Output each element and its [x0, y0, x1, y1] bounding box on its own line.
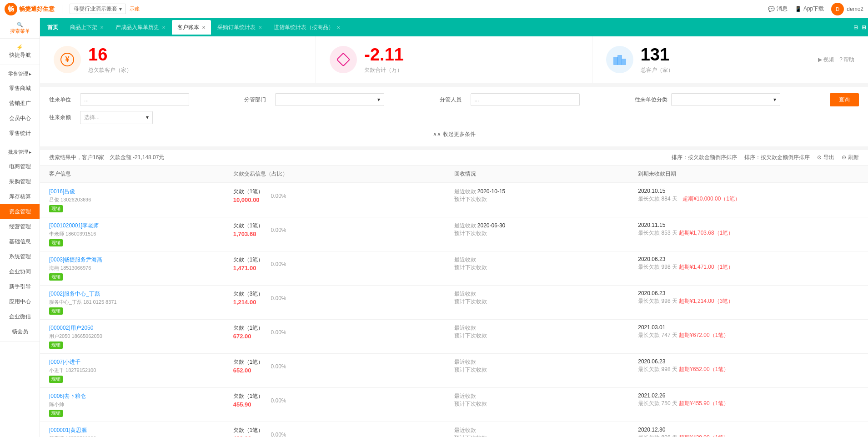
help-btn[interactable]: ? 帮助 — [839, 56, 854, 64]
overdue-amount-6[interactable]: 超期¥455.90（1笔） — [679, 400, 729, 407]
sidebar-item-app-center[interactable]: 应用中心 — [0, 294, 40, 309]
sidebar-item-ops[interactable]: 经营管理 — [0, 219, 40, 234]
customer-tag-5: 现销 — [49, 376, 63, 383]
sidebar-item-stock[interactable]: 库存核算 — [0, 189, 40, 204]
repay-cell-5: 最近收款 预计下次收款 — [454, 358, 638, 383]
customer-sub-2: 海燕 18513066976 — [49, 265, 233, 271]
customer-name-3[interactable]: [0002]服务中心_丁磊 — [49, 290, 233, 298]
tab-maximize-icon[interactable]: ⊞ — [862, 24, 866, 30]
person-input[interactable]: ... — [471, 93, 580, 106]
quick-nav-icon: ⚡ — [16, 44, 23, 50]
customer-name-6[interactable]: [0006]去下粮仓 — [49, 392, 233, 400]
overdue-amount-2[interactable]: 超期¥1,471.00（1笔） — [679, 264, 733, 270]
overdue-amount-1[interactable]: 超期¥1,703.68（1笔） — [679, 230, 733, 236]
debt-percent-1: 0.00% — [271, 227, 286, 233]
debt-cell-4: 欠款（1笔） 672.00 0.00% — [233, 324, 454, 349]
sidebar-item-basic[interactable]: 基础信息 — [0, 234, 40, 249]
customer-name-2[interactable]: [0003]畅捷服务尹海燕 — [49, 256, 233, 264]
sidebar-item-wechat[interactable]: 企业微信 — [0, 309, 40, 324]
overdue-days-3: 最长欠款 998 天 — [638, 298, 677, 304]
tab-inbound[interactable]: 进货单统计表（按商品） ✕ — [268, 20, 346, 35]
customer-name-7[interactable]: [000001]黄思源 — [49, 427, 233, 434]
tab-purchase[interactable]: 采购订单统计表 ✕ — [212, 20, 267, 35]
refresh-btn[interactable]: ⊙ 刷新 — [842, 154, 859, 161]
tab-bar: 首页 商品上下架 ✕ 产成品入库单历史 ✕ 客户账本 ✕ 采购订单统计表 ✕ — [40, 18, 868, 36]
stat-num-total: 131 — [641, 45, 673, 65]
tab-products[interactable]: 商品上下架 ✕ — [65, 20, 109, 35]
video-btn[interactable]: ▶ 视频 — [818, 56, 834, 64]
tab-customer-label: 客户账本 — [177, 24, 199, 31]
category-select[interactable]: ▾ — [671, 93, 780, 106]
overdue-amount-0[interactable]: 超期¥10,000.00（1笔） — [682, 196, 740, 202]
sidebar-item-member[interactable]: 会员中心 — [0, 111, 40, 126]
overdue-amount-4[interactable]: 超期¥672.00（1笔） — [679, 332, 729, 338]
sidebar-item-marketing[interactable]: 营销推广 — [0, 96, 40, 111]
sidebar-item-enterprise[interactable]: 企业协同 — [0, 264, 40, 279]
stat-label-total: 总客户（家） — [641, 66, 673, 74]
dept-select[interactable]: ▾ — [275, 93, 384, 106]
balance-select[interactable]: 选择... ▾ — [80, 111, 153, 124]
tab-home[interactable]: 首页 — [42, 20, 64, 35]
sidebar-item-quick-nav[interactable]: ⚡ 快捷导航 — [0, 40, 40, 63]
stat-info-amount: -2.11 欠款合计（万） — [364, 45, 404, 74]
sidebar-item-retail-stats[interactable]: 零售统计 — [0, 126, 40, 141]
overdue-amount-7[interactable]: 超期¥429.00（1笔） — [679, 434, 729, 437]
sidebar-search[interactable]: 🔍 搜索菜单 — [0, 18, 40, 39]
repay-label-3: 最近收款 — [454, 291, 476, 297]
overdue-amount-3[interactable]: 超期¥1,214.00（3笔） — [679, 298, 733, 304]
debt-percent-7: 0.00% — [271, 432, 286, 437]
sidebar-item-system[interactable]: 系统管理 — [0, 249, 40, 264]
export-icon: ⊙ — [817, 154, 822, 161]
sidebar-item-vip[interactable]: 畅会员 — [0, 324, 40, 339]
tab-minimize-icon[interactable]: ⊟ — [853, 24, 858, 30]
overdue-amount-5[interactable]: 超期¥652.00（1笔） — [679, 366, 729, 372]
user-menu[interactable]: D demo2 — [831, 3, 863, 15]
sidebar-item-retail-mgmt[interactable]: 零售管理 ▸ — [0, 67, 40, 81]
sidebar-item-ecom[interactable]: 电商管理 — [0, 159, 40, 174]
customer-cell-2: [0003]畅捷服务尹海燕 海燕 18513066976 现销 — [49, 256, 233, 281]
company-selector[interactable]: 母婴行业演示账套 ▾ — [70, 4, 126, 14]
customer-name-1[interactable]: [0001020001]李老师 — [49, 222, 233, 230]
svg-rect-4 — [617, 55, 622, 65]
sidebar-item-retail-mall[interactable]: 零售商城 — [0, 81, 40, 96]
sidebar-item-purchase[interactable]: 采购管理 — [0, 174, 40, 189]
enterprise-label: 企业协同 — [9, 268, 31, 276]
table-row: [0016]吕俊 吕俊 13026203696 现销 欠款（1笔） 10,000… — [40, 183, 868, 217]
sort-label: 排序：按欠款金额倒序排序 — [672, 154, 737, 161]
category-label: 往来单位分类 — [635, 96, 667, 104]
show-menu-link[interactable]: 示账 — [130, 5, 140, 12]
tab-customer[interactable]: 客户账本 ✕ — [172, 20, 211, 35]
overdue-days-1: 最长欠款 853 天 — [638, 230, 677, 236]
collapse-bar[interactable]: ∧∧ 收起更多条件 — [49, 129, 859, 140]
dept-arrow-icon: ▾ — [377, 96, 380, 103]
tab-customer-close[interactable]: ✕ — [202, 25, 206, 30]
sidebar-item-finance[interactable]: 资金管理 — [0, 204, 40, 219]
customer-sub-7: 黄思源 13552700226 — [49, 435, 233, 437]
vendor-input[interactable]: ... — [80, 93, 189, 106]
svg-rect-2 — [337, 53, 350, 66]
export-btn[interactable]: ⊙ 导出 — [817, 154, 834, 161]
customer-name-4[interactable]: [000002]用户2050 — [49, 324, 233, 332]
debt-amount-4: 672.00 — [233, 333, 264, 340]
tab-purchase-close[interactable]: ✕ — [258, 25, 262, 30]
finance-label: 资金管理 — [9, 208, 31, 216]
customer-name-5[interactable]: [0007]小进千 — [49, 358, 233, 366]
debt-cell-1: 欠款（1笔） 1,703.68 0.00% — [233, 222, 454, 246]
customer-name-0[interactable]: [0016]吕俊 — [49, 188, 233, 196]
sidebar-item-newbie[interactable]: 新手引导 — [0, 279, 40, 294]
stat-icon-debtors: ¥ — [54, 46, 81, 73]
top-bar-left: 畅 畅捷通好生意 母婴行业演示账套 ▾ 示账 — [5, 3, 140, 15]
tab-production[interactable]: 产成品入库单历史 ✕ — [110, 20, 171, 35]
batch-chevron-icon: ▸ — [29, 150, 31, 155]
tab-production-close[interactable]: ✕ — [162, 25, 166, 30]
stat-label-debtors: 总欠款客户（家） — [88, 66, 132, 74]
search-button[interactable]: 查询 — [830, 93, 859, 106]
app-download-btn[interactable]: 📱 App下载 — [795, 5, 824, 13]
tab-products-close[interactable]: ✕ — [100, 25, 104, 30]
overdue-days-7: 最长欠款 808 天 — [638, 434, 677, 437]
message-btn[interactable]: 💬 消息 — [768, 5, 788, 13]
sidebar-item-batch-mgmt[interactable]: 批发管理 ▸ — [0, 145, 40, 159]
stat-num-amount: -2.11 — [364, 45, 404, 65]
tab-inbound-close[interactable]: ✕ — [336, 25, 340, 30]
person-dots: ... — [475, 96, 479, 103]
